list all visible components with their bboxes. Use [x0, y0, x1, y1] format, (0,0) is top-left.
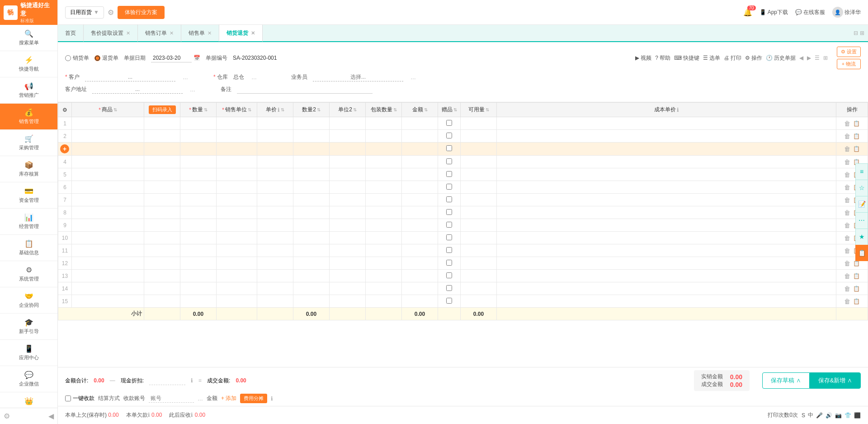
gift-checkbox[interactable]	[446, 298, 452, 304]
qty2-cell[interactable]	[293, 295, 330, 308]
gift-checkbox[interactable]	[446, 260, 452, 266]
amount-sort-icon[interactable]: ⇅	[424, 107, 428, 112]
logistics-btn[interactable]: + 物流	[837, 59, 861, 69]
product-cell[interactable]	[72, 270, 144, 282]
packqty-cell[interactable]	[366, 257, 402, 270]
costprice-cell[interactable]	[497, 206, 836, 219]
delete-row-button[interactable]: 🗑	[844, 209, 850, 216]
gift-checkbox[interactable]	[446, 158, 452, 164]
product-cell[interactable]	[72, 206, 144, 219]
price-cell[interactable]	[257, 257, 293, 270]
qty2-cell[interactable]	[293, 117, 330, 130]
qty2-sort-icon[interactable]: ⇅	[317, 107, 321, 112]
unit-cell[interactable]	[217, 270, 257, 282]
unit-cell[interactable]	[217, 194, 257, 206]
qty2-cell[interactable]	[293, 270, 330, 282]
price-cell[interactable]	[257, 130, 293, 143]
delete-row-button[interactable]: 🗑	[844, 285, 850, 292]
available-sort-icon[interactable]: ⇅	[486, 107, 489, 112]
costprice-cell[interactable]	[497, 168, 836, 181]
product-input[interactable]	[74, 146, 142, 152]
price-cell[interactable]	[257, 168, 293, 181]
sidebar-item-search[interactable]: 🔍 搜索菜单	[0, 25, 57, 51]
amount-cell[interactable]	[402, 130, 438, 143]
sidebar-item-purchase[interactable]: 🛒 采购管理	[0, 130, 57, 156]
product-cell[interactable]	[72, 130, 144, 143]
customer-input[interactable]	[85, 73, 175, 81]
unit-cell[interactable]	[217, 232, 257, 244]
unit-cell[interactable]	[217, 244, 257, 257]
product-cell[interactable]	[72, 156, 144, 168]
app-download-btn[interactable]: 📱 App下载	[760, 9, 788, 16]
tab-salesorder-close[interactable]: ✕	[170, 30, 174, 36]
packqty-cell[interactable]	[366, 117, 402, 130]
unit2-cell[interactable]	[330, 219, 366, 232]
qty2-cell[interactable]	[293, 257, 330, 270]
qty-cell[interactable]	[180, 257, 217, 270]
float-btn-3[interactable]: 📝	[855, 196, 868, 212]
qty-cell[interactable]	[180, 282, 217, 295]
maximize-icon[interactable]: ⊞	[860, 30, 864, 36]
gift-checkbox[interactable]	[446, 184, 452, 190]
tab-price-settings[interactable]: 售价提取设置 ✕	[84, 24, 138, 42]
delete-row-button[interactable]: 🗑	[844, 184, 850, 191]
available-cell[interactable]	[461, 168, 497, 181]
costprice-cell[interactable]	[497, 232, 836, 244]
tool-icon-3[interactable]: 🎤	[816, 412, 823, 419]
qty-cell[interactable]	[180, 295, 217, 308]
gift-checkbox[interactable]	[446, 285, 452, 291]
settings-icon[interactable]: ⚙	[108, 8, 114, 17]
radio-return-input[interactable]	[94, 55, 100, 61]
costprice-cell[interactable]	[497, 130, 836, 143]
unit2-cell[interactable]	[330, 232, 366, 244]
sidebar-item-operations[interactable]: 📊 经营管理	[0, 209, 57, 235]
amount-cell[interactable]	[402, 282, 438, 295]
available-cell[interactable]	[461, 206, 497, 219]
sidebar-item-finance[interactable]: 💳 资金管理	[0, 182, 57, 209]
unit-cell[interactable]	[217, 130, 257, 143]
cash-discount-input[interactable]	[149, 376, 185, 385]
price-cell[interactable]	[257, 181, 293, 194]
packqty-cell[interactable]	[366, 130, 402, 143]
unit2-cell[interactable]	[330, 117, 366, 130]
unit2-cell[interactable]	[330, 156, 366, 168]
packqty-cell[interactable]	[366, 244, 402, 257]
unit2-sort-icon[interactable]: ⇅	[353, 107, 357, 112]
amount-cell[interactable]	[402, 117, 438, 130]
add-row-button[interactable]: +	[60, 144, 69, 153]
message-bell[interactable]: 🔔 70	[743, 8, 752, 17]
online-service-btn[interactable]: 💬 在线客服	[795, 9, 825, 16]
packqty-cell[interactable]	[366, 219, 402, 232]
unit2-cell[interactable]	[330, 270, 366, 282]
float-btn-5[interactable]: ★	[855, 229, 868, 245]
copy-row-button[interactable]: 📋	[853, 273, 860, 279]
price-cell[interactable]	[257, 206, 293, 219]
price-cell[interactable]	[257, 194, 293, 206]
unit-cell[interactable]	[217, 206, 257, 219]
tool-icon-6[interactable]: 👕	[844, 412, 851, 419]
available-cell[interactable]	[461, 295, 497, 308]
tab-home[interactable]: 首页	[58, 24, 84, 42]
packqty-cell[interactable]	[366, 194, 402, 206]
packqty-cell[interactable]	[366, 206, 402, 219]
unit2-cell[interactable]	[330, 194, 366, 206]
price-cell[interactable]	[257, 156, 293, 168]
delete-row-button[interactable]: 🗑	[844, 272, 850, 280]
tab-returns-close[interactable]: ✕	[251, 30, 255, 36]
amount-cell[interactable]	[402, 156, 438, 168]
add-cost-button[interactable]: + 添加	[221, 395, 236, 402]
amount-cell[interactable]	[402, 295, 438, 308]
packqty-cell[interactable]	[366, 282, 402, 295]
unit-cell[interactable]	[217, 168, 257, 181]
qty-cell[interactable]	[180, 232, 217, 244]
packqty-cell[interactable]	[366, 181, 402, 194]
copy-row-button[interactable]: 📋	[853, 120, 860, 127]
unit2-cell[interactable]	[330, 130, 366, 143]
price-cell[interactable]	[257, 232, 293, 244]
amount-cell[interactable]	[402, 257, 438, 270]
unit-cell[interactable]	[217, 219, 257, 232]
one-click-receipt[interactable]: 一键收款	[65, 395, 94, 402]
packqty-cell[interactable]	[366, 295, 402, 308]
product-cell[interactable]	[72, 282, 144, 295]
price-cell[interactable]	[257, 143, 293, 156]
